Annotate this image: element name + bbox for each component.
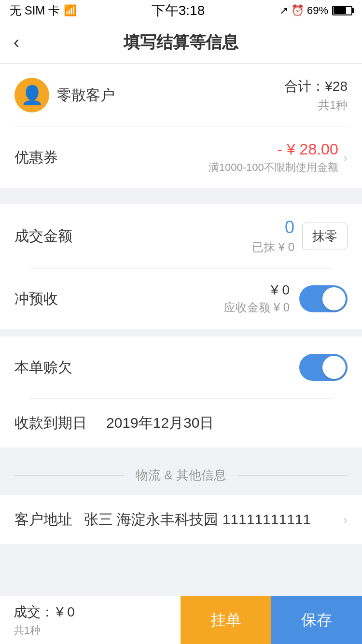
duedate-value: 2019年12月30日 xyxy=(106,413,214,433)
gray-divider-3 xyxy=(0,448,362,455)
duedate-row: 收款到期日 2019年12月30日 xyxy=(14,399,348,448)
logistics-line-left xyxy=(14,475,124,476)
carrier-text: 无 SIM 卡 xyxy=(10,3,60,18)
avatar-icon: 👤 xyxy=(21,84,43,106)
coupon-label: 优惠券 xyxy=(14,148,58,168)
amount-value-block: 0 已抹 ¥ 0 xyxy=(252,217,294,255)
logistics-section: 物流 & 其他信息 xyxy=(0,455,362,495)
address-left: 客户地址 张三 海淀永丰科技园 11111111111 xyxy=(14,510,311,530)
transaction-sub: 已抹 ¥ 0 xyxy=(252,239,294,255)
bottom-count: 共1种 xyxy=(14,623,167,638)
hold-button[interactable]: 挂单 xyxy=(181,596,271,644)
save-button[interactable]: 保存 xyxy=(271,596,362,644)
bottom-info: 成交： ¥ 0 共1种 xyxy=(0,596,181,644)
amount-section: 成交金额 0 已抹 ¥ 0 抹零 冲预收 ¥ 0 应收金额 ¥ 0 xyxy=(0,204,362,329)
transaction-label: 成交金额 xyxy=(14,226,72,246)
battery-text: 69% xyxy=(307,4,328,17)
back-button[interactable]: ‹ xyxy=(14,32,19,53)
status-right: ↗ ⏰ 69% xyxy=(279,4,352,17)
prereceive-row: 冲预收 ¥ 0 应收金额 ¥ 0 xyxy=(14,269,348,329)
nav-bar: ‹ 填写结算等信息 xyxy=(0,21,362,64)
customer-left: 👤 零散客户 xyxy=(14,78,115,112)
prereceive-amount: ¥ 0 xyxy=(224,282,290,298)
battery-icon xyxy=(332,6,352,15)
bottom-deal-label: 成交： xyxy=(14,603,54,621)
transaction-right: 0 已抹 ¥ 0 抹零 xyxy=(252,217,348,255)
bottom-deal-row: 成交： ¥ 0 xyxy=(14,603,167,621)
logistics-line-right xyxy=(238,475,348,476)
credit-label: 本单赊欠 xyxy=(14,358,72,378)
wifi-icon: 📶 xyxy=(64,4,77,17)
address-value: 张三 海淀永丰科技园 11111111111 xyxy=(84,510,311,530)
coupon-row[interactable]: 优惠券 - ¥ 28.00 满1000-100不限制使用金额 › xyxy=(0,127,362,188)
coupon-right: - ¥ 28.00 满1000-100不限制使用金额 › xyxy=(209,140,348,175)
customer-right: 合计：¥28 共1种 xyxy=(284,77,348,113)
customer-section: 👤 零散客户 合计：¥28 共1种 优惠券 - ¥ 28.00 满1000-10… xyxy=(0,64,362,188)
credit-toggle[interactable] xyxy=(299,354,348,381)
logistics-label: 物流 & 其他信息 xyxy=(124,467,238,484)
duedate-label: 收款到期日 xyxy=(14,413,87,433)
customer-name: 零散客户 xyxy=(57,85,115,105)
prereceive-sub: 应收金额 ¥ 0 xyxy=(224,300,290,315)
coupon-amount: - ¥ 28.00 xyxy=(209,140,338,158)
address-key: 客户地址 xyxy=(14,510,72,530)
address-chevron-icon: › xyxy=(343,512,348,528)
credit-toggle-knob xyxy=(322,356,346,379)
credit-row: 本单赊欠 xyxy=(14,336,348,398)
transaction-row: 成交金额 0 已抹 ¥ 0 抹零 xyxy=(14,204,348,268)
gray-divider-1 xyxy=(0,196,362,204)
prereceive-values: ¥ 0 应收金额 ¥ 0 xyxy=(224,282,290,315)
customer-row: 👤 零散客户 合计：¥28 共1种 xyxy=(0,64,362,126)
address-row: 客户地址 张三 海淀永丰科技园 11111111111 › xyxy=(14,510,348,530)
status-bar: 无 SIM 卡 📶 下午3:18 ↗ ⏰ 69% xyxy=(0,0,362,21)
status-time: 下午3:18 xyxy=(152,1,205,20)
status-left: 无 SIM 卡 📶 xyxy=(10,3,77,18)
coupon-desc: 满1000-100不限制使用金额 xyxy=(209,160,338,175)
prereceive-label: 冲预收 xyxy=(14,289,58,309)
prereceive-toggle[interactable] xyxy=(299,285,348,312)
total-count: 共1种 xyxy=(284,98,348,113)
transaction-value: 0 xyxy=(252,217,294,238)
location-icon: ↗ xyxy=(279,4,288,17)
chevron-right-icon: › xyxy=(343,150,348,166)
page-title: 填写结算等信息 xyxy=(124,31,238,54)
credit-section: 本单赊欠 收款到期日 2019年12月30日 xyxy=(0,336,362,448)
bottom-deal-amount: ¥ 0 xyxy=(56,604,75,620)
address-section[interactable]: 客户地址 张三 海淀永丰科技园 11111111111 › xyxy=(0,495,362,544)
bottom-bar: 成交： ¥ 0 共1种 挂单 保存 xyxy=(0,596,362,644)
gray-divider-2 xyxy=(0,329,362,336)
round-button[interactable]: 抹零 xyxy=(302,223,348,250)
toggle-knob xyxy=(322,287,346,310)
prereceive-right: ¥ 0 应收金额 ¥ 0 xyxy=(224,282,348,315)
alarm-icon: ⏰ xyxy=(291,4,304,17)
total-amount: 合计：¥28 xyxy=(284,77,348,96)
avatar: 👤 xyxy=(14,78,49,112)
coupon-value-block: - ¥ 28.00 满1000-100不限制使用金额 xyxy=(209,140,338,175)
